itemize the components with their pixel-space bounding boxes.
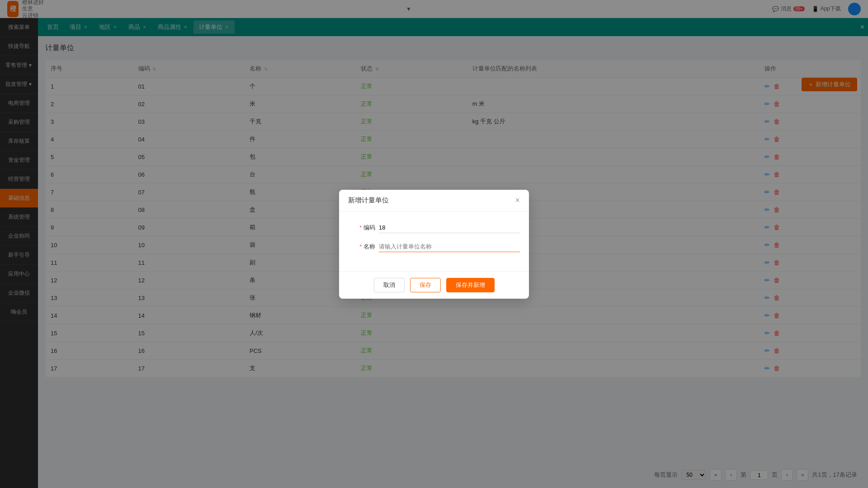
form-row-name: 名称 [348,241,520,252]
modal-body: 编码 名称 [339,211,529,271]
modal-footer: 取消 保存 保存并新增 [339,271,529,299]
modal-title: 新增计量单位 [348,196,389,205]
name-label: 名称 [348,243,375,251]
form-row-code: 编码 [348,222,520,233]
code-input[interactable] [379,222,520,233]
name-input[interactable] [379,241,520,252]
modal-header: 新增计量单位 × [339,190,529,211]
save-new-button[interactable]: 保存并新增 [446,278,495,292]
modal-overlay[interactable]: 新增计量单位 × 编码 名称 取消 保存 保存并新增 [0,0,868,488]
code-label: 编码 [348,224,375,232]
add-unit-modal: 新增计量单位 × 编码 名称 取消 保存 保存并新增 [339,190,529,299]
modal-close-btn[interactable]: × [515,196,520,204]
save-button[interactable]: 保存 [410,278,441,292]
cancel-button[interactable]: 取消 [374,278,405,292]
